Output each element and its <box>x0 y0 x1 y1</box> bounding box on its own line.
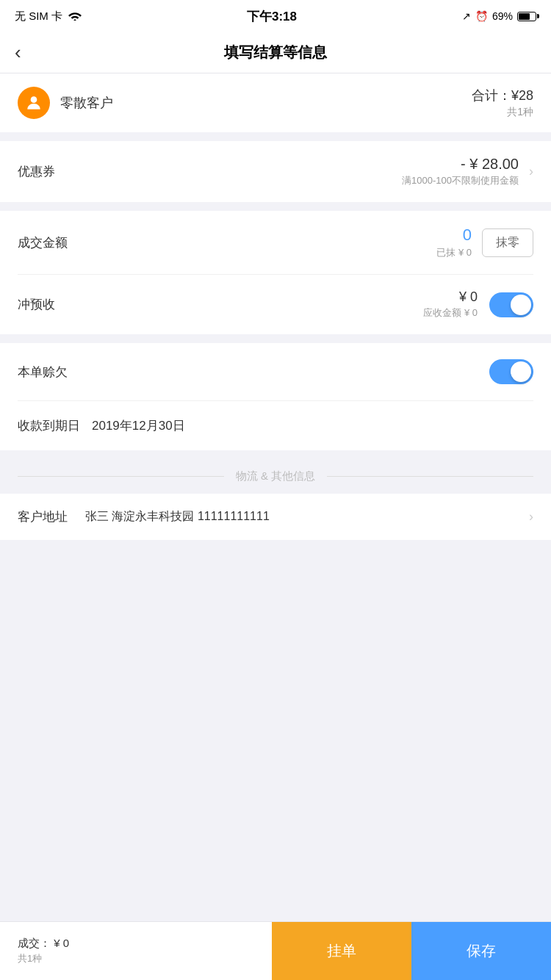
credit-section: 本单赊欠 收款到期日 2019年12月30日 <box>0 343 551 450</box>
coupon-values: - ¥ 28.00 满1000-100不限制使用金额 <box>402 156 519 187</box>
transaction-section: 成交金额 0 已抹 ¥ 0 抹零 冲预收 ¥ 0 应收金额 ¥ 0 <box>0 211 551 334</box>
logistics-label: 物流 & 其他信息 <box>236 469 315 483</box>
save-button[interactable]: 保存 <box>411 922 551 981</box>
advance-row: 冲预收 ¥ 0 应收金额 ¥ 0 <box>18 275 533 334</box>
status-bar: 无 SIM 卡 下午3:18 ↗ ⏰ 69% <box>0 0 551 32</box>
logistics-divider-content: 物流 & 其他信息 <box>18 469 533 483</box>
advance-amount: ¥ 0 <box>423 289 478 305</box>
total-amount: 合计：¥28 <box>472 87 533 104</box>
advance-receivable: 应收金额 ¥ 0 <box>423 306 478 320</box>
transaction-label: 成交金额 <box>18 234 68 251</box>
coupon-amount: - ¥ 28.00 <box>402 156 519 173</box>
main-content: 零散客户 合计：¥28 共1种 优惠券 - ¥ 28.00 满1000-100不… <box>0 73 551 622</box>
transaction-row: 成交金额 0 已抹 ¥ 0 抹零 <box>18 211 533 275</box>
bottom-transaction-label: 成交： <box>18 937 51 949</box>
address-value: 张三 海淀永丰科技园 11111111111 <box>85 509 520 525</box>
address-row[interactable]: 客户地址 张三 海淀永丰科技园 11111111111 › <box>0 494 551 540</box>
credit-toggle-knob <box>511 361 531 382</box>
advance-values: ¥ 0 应收金额 ¥ 0 <box>423 289 478 320</box>
alarm-icon: ⏰ <box>475 10 488 22</box>
due-date-label: 收款到期日 <box>18 417 80 434</box>
coupon-desc: 满1000-100不限制使用金额 <box>402 174 519 187</box>
coupon-row[interactable]: 优惠券 - ¥ 28.00 满1000-100不限制使用金额 › <box>0 141 551 202</box>
bottom-info: 成交： ¥ 0 共1种 <box>0 937 272 965</box>
wifi-icon <box>68 10 82 23</box>
address-chevron-icon: › <box>529 509 533 525</box>
credit-label: 本单赊欠 <box>18 364 68 381</box>
coupon-right: - ¥ 28.00 满1000-100不限制使用金额 › <box>402 156 533 187</box>
hold-button[interactable]: 挂单 <box>272 922 411 981</box>
chevron-icon: › <box>529 164 533 179</box>
bottom-count: 共1种 <box>18 952 254 965</box>
location-icon: ↗ <box>462 10 471 22</box>
credit-row: 本单赊欠 <box>18 343 533 401</box>
customer-info: 零散客户 <box>18 87 113 119</box>
status-time: 下午3:18 <box>247 8 297 25</box>
roundoff-button[interactable]: 抹零 <box>482 228 533 257</box>
page-title: 填写结算等信息 <box>224 43 327 62</box>
logistics-divider: 物流 & 其他信息 <box>0 459 551 494</box>
back-button[interactable]: ‹ <box>15 41 21 64</box>
svg-point-1 <box>31 96 37 103</box>
svg-point-0 <box>74 19 76 21</box>
toggle-knob <box>511 295 531 315</box>
bottom-transaction: 成交： ¥ 0 <box>18 937 254 951</box>
no-sim-text: 无 SIM 卡 <box>15 10 62 24</box>
nav-bar: ‹ 填写结算等信息 <box>0 32 551 73</box>
advance-label: 冲预收 <box>18 296 55 313</box>
bottom-transaction-value: ¥ 0 <box>54 937 69 949</box>
transaction-values: 0 已抹 ¥ 0 <box>436 226 472 259</box>
transaction-deducted: 已抹 ¥ 0 <box>436 246 472 259</box>
status-left: 无 SIM 卡 <box>15 10 82 24</box>
divider-line-left <box>18 476 224 477</box>
advance-right: ¥ 0 应收金额 ¥ 0 <box>423 289 533 320</box>
battery-percent: 69% <box>492 10 513 22</box>
transaction-right: 0 已抹 ¥ 0 抹零 <box>436 226 533 259</box>
address-label: 客户地址 <box>18 508 76 525</box>
coupon-label: 优惠券 <box>18 163 55 180</box>
credit-toggle[interactable] <box>489 359 533 384</box>
due-date-row: 收款到期日 2019年12月30日 <box>18 401 533 450</box>
status-right: ↗ ⏰ 69% <box>462 10 536 22</box>
due-date-value: 2019年12月30日 <box>92 417 185 434</box>
battery-icon <box>517 12 536 21</box>
customer-name: 零散客户 <box>60 94 113 112</box>
transaction-value: 0 <box>436 226 472 245</box>
total-count: 共1种 <box>472 106 533 119</box>
bottom-bar: 成交： ¥ 0 共1种 挂单 保存 <box>0 921 551 980</box>
customer-row: 零散客户 合计：¥28 共1种 <box>0 73 551 132</box>
divider-line-right <box>327 476 533 477</box>
customer-total: 合计：¥28 共1种 <box>472 87 533 119</box>
avatar <box>18 87 50 119</box>
advance-toggle[interactable] <box>489 292 533 317</box>
coupon-section: 优惠券 - ¥ 28.00 满1000-100不限制使用金额 › <box>0 141 551 202</box>
